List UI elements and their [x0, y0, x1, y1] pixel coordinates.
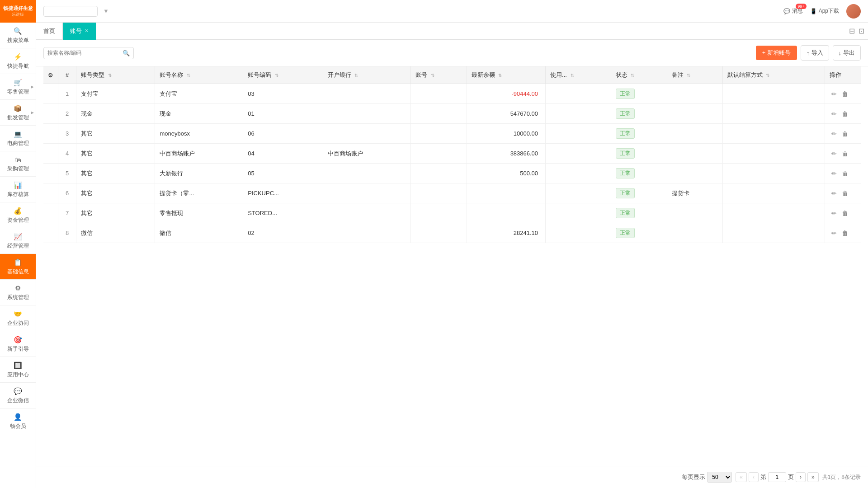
cell-status: 正常: [611, 144, 667, 164]
cell-name: 现金: [155, 104, 243, 124]
tab-account[interactable]: 账号✕: [63, 23, 96, 40]
header-search-input[interactable]: [43, 6, 98, 17]
message-badge: 99+: [796, 4, 806, 9]
cell-action: ✏ 🗑: [825, 104, 861, 124]
nav-icon-operations-mgmt: 📈: [14, 233, 22, 241]
search-icon[interactable]: 🔍: [123, 50, 130, 56]
sidebar-item-inventory[interactable]: 📊库存核算: [0, 177, 36, 202]
cell-remark: [667, 124, 722, 144]
cell-default-payment: [722, 144, 825, 164]
sidebar-item-ecommerce-mgmt[interactable]: 💻电商管理: [0, 126, 36, 151]
th-default-payment[interactable]: 默认结算方式 ⇅: [722, 66, 825, 84]
sidebar-item-operations-mgmt[interactable]: 📈经营管理: [0, 228, 36, 254]
edit-button[interactable]: ✏: [830, 129, 839, 138]
cell-status: 正常: [611, 164, 667, 183]
app-download-button[interactable]: 📱 App下载: [810, 7, 839, 15]
delete-button[interactable]: 🗑: [840, 109, 850, 118]
th-settings[interactable]: ⚙: [43, 66, 58, 84]
tab-close-account[interactable]: ✕: [85, 28, 89, 34]
th-bank[interactable]: 开户银行 ⇅: [323, 66, 411, 84]
tab-home[interactable]: 首页: [36, 23, 63, 40]
first-page-button[interactable]: «: [736, 472, 747, 482]
next-page-button[interactable]: ›: [796, 472, 806, 482]
delete-button[interactable]: 🗑: [840, 89, 850, 99]
th-name[interactable]: 账号名称 ⇅: [155, 66, 243, 84]
maximize-tab-icon[interactable]: ⊡: [859, 27, 864, 35]
delete-button[interactable]: 🗑: [840, 149, 850, 158]
import-button[interactable]: ↑ 导入: [801, 45, 829, 61]
cell-default-payment: [722, 203, 825, 223]
last-page-button[interactable]: »: [807, 472, 819, 482]
cell-type: 支付宝: [76, 84, 155, 104]
delete-button[interactable]: 🗑: [840, 229, 850, 238]
message-button[interactable]: 💬 消息 99+: [783, 7, 803, 15]
sidebar-item-finance-mgmt[interactable]: 💰资金管理: [0, 202, 36, 228]
sidebar-item-purchase-mgmt[interactable]: 🛍采购管理: [0, 151, 36, 177]
sidebar-item-app-center[interactable]: 🔲应用中心: [0, 357, 36, 383]
sidebar-item-system-mgmt[interactable]: ⚙系统管理: [0, 280, 36, 305]
th-type[interactable]: 账号类型 ⇅: [76, 66, 155, 84]
sidebar-item-enterprise-agreement[interactable]: 🤝企业协同: [0, 305, 36, 331]
th-balance[interactable]: 最新余额 ⇅: [467, 66, 545, 84]
user-avatar[interactable]: [846, 4, 861, 19]
pagination: 每页显示 50 100 200 « ‹ 第 页 › » 共1页，8条记录: [36, 466, 868, 488]
cell-remark: [667, 104, 722, 124]
cell-code: 01: [243, 104, 323, 124]
delete-button[interactable]: 🗑: [840, 169, 850, 178]
edit-button[interactable]: ✏: [830, 109, 839, 118]
cell-bank: [323, 164, 411, 183]
th-code[interactable]: 账号编码 ⇅: [243, 66, 323, 84]
sidebar-item-shortcut[interactable]: ⚡快捷导航: [0, 48, 36, 74]
sidebar-item-new-guide[interactable]: 🎯新手引导: [0, 331, 36, 357]
app-subtitle: 乐进版: [12, 12, 24, 18]
th-status[interactable]: 状态 ⇅: [611, 66, 667, 84]
nav-icon-retail-mgmt: 🛒: [14, 79, 22, 87]
cell-action: ✏ 🗑: [825, 124, 861, 144]
prev-page-button[interactable]: ‹: [749, 472, 759, 482]
delete-button[interactable]: 🗑: [840, 189, 850, 198]
cell-code: STORED...: [243, 203, 323, 223]
edit-button[interactable]: ✏: [830, 89, 839, 99]
cell-name: 大新银行: [155, 164, 243, 183]
delete-button[interactable]: 🗑: [840, 129, 850, 138]
page-input[interactable]: [768, 472, 786, 482]
edit-button[interactable]: ✏: [830, 149, 839, 158]
cell-code: 04: [243, 144, 323, 164]
nav-label-operations-mgmt: 经营管理: [7, 242, 29, 250]
cell-action: ✏ 🗑: [825, 183, 861, 203]
cell-default-payment: [722, 124, 825, 144]
minimize-tab-icon[interactable]: ⊟: [849, 27, 855, 35]
cell-account-no: [411, 203, 467, 223]
edit-button[interactable]: ✏: [830, 189, 839, 198]
cell-remark: [667, 144, 722, 164]
th-num: #: [58, 66, 76, 84]
nav-icon-shortcut: ⚡: [14, 53, 22, 61]
page-size-select[interactable]: 50 100 200: [707, 472, 732, 483]
add-account-button[interactable]: + 新增账号: [756, 46, 797, 60]
header-dropdown-icon[interactable]: ▼: [103, 8, 109, 14]
sidebar-item-members[interactable]: 👤畅会员: [0, 408, 36, 434]
delete-button[interactable]: 🗑: [840, 209, 850, 218]
sidebar-item-enterprise-wechat[interactable]: 💬企业微信: [0, 383, 36, 408]
sidebar-item-retail-mgmt[interactable]: 🛒零售管理▶: [0, 74, 36, 100]
sidebar-item-basic-info[interactable]: 📋基础信息: [0, 254, 36, 280]
search-input[interactable]: [47, 50, 121, 56]
th-account-no[interactable]: 账号 ⇅: [411, 66, 467, 84]
cell-num: 6: [58, 183, 76, 203]
th-usage[interactable]: 使用... ⇅: [546, 66, 611, 84]
cell-default-payment: [722, 164, 825, 183]
sidebar-item-wholesale-mgmt[interactable]: 📦批发管理▶: [0, 100, 36, 126]
edit-button[interactable]: ✏: [830, 209, 839, 218]
cell-status: 正常: [611, 203, 667, 223]
cell-name: 微信: [155, 223, 243, 243]
sidebar-item-search-menu[interactable]: 🔍搜索菜单: [0, 23, 36, 48]
header-left: ▼: [43, 6, 109, 17]
edit-button[interactable]: ✏: [830, 169, 839, 178]
add-account-label: + 新增账号: [762, 49, 791, 57]
export-label: 导出: [843, 49, 855, 57]
export-button[interactable]: ↓ 导出: [833, 45, 861, 61]
cell-type: 其它: [76, 164, 155, 183]
edit-button[interactable]: ✏: [830, 229, 839, 238]
page-nav: « ‹ 第 页 › »: [736, 472, 818, 482]
th-remark[interactable]: 备注 ⇅: [667, 66, 722, 84]
